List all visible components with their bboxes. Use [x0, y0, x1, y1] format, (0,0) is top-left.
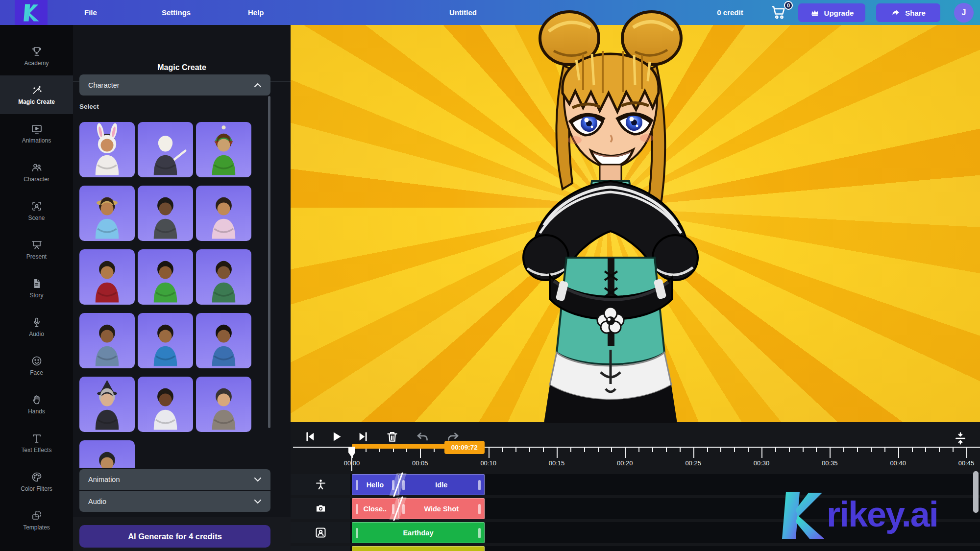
sidebar-item-label: Audio [29, 331, 44, 337]
sidebar-item-character[interactable]: Character [0, 153, 73, 192]
character-tile-13-witch[interactable] [79, 377, 135, 432]
ruler-tick [898, 448, 899, 458]
clip-trim-handle-right[interactable] [478, 480, 481, 490]
menu-help[interactable]: Help [248, 0, 264, 25]
ruler-label: 00:40 [883, 459, 913, 467]
ruler-tick [857, 448, 858, 452]
animation-accordion[interactable]: Animation [79, 469, 270, 490]
watermark-text: rikey.ai [827, 497, 938, 532]
character-accordion[interactable]: Character [79, 74, 270, 96]
clip-wide-shot[interactable]: Wide Shot [398, 498, 485, 519]
clip-label: Wide Shot [424, 505, 459, 513]
character-tile-4-hat[interactable] [79, 186, 135, 241]
clip-idle[interactable]: Idle [398, 474, 485, 495]
play-button[interactable] [328, 428, 344, 445]
sidebar-item-academy[interactable]: Academy [0, 37, 73, 75]
fit-timeline-icon[interactable] [953, 431, 968, 446]
figure-track-icon [315, 479, 327, 491]
ruler-tick [953, 448, 954, 452]
project-title[interactable]: Untitled [421, 0, 505, 25]
clip-trim-handle-left[interactable] [356, 504, 358, 514]
clip-unnamed[interactable] [352, 546, 485, 551]
ai-generate-button[interactable]: AI Generate for 4 credits [79, 525, 270, 548]
duration-bar [352, 444, 444, 449]
sidebar-item-magic-create[interactable]: Magic Create [0, 75, 73, 114]
sidebar-item-label: Hands [28, 408, 45, 415]
scene-track-icon-cell [291, 522, 350, 543]
character-tile-3-elf[interactable] [196, 122, 251, 177]
ruler-tick [775, 448, 776, 452]
clip-transition-marker[interactable] [391, 473, 406, 496]
character-tile-8-plain[interactable] [138, 249, 193, 305]
sidebar-item-label: Present [26, 254, 47, 260]
clip-trim-handle-right[interactable] [478, 504, 481, 514]
character-tile-11-plain[interactable] [138, 313, 193, 368]
character-tile-6-plain[interactable] [196, 186, 251, 241]
character-tile-16-plain[interactable] [79, 440, 135, 468]
skip-to-start-button[interactable] [301, 428, 318, 445]
character-tile-12-plain[interactable] [196, 313, 251, 368]
menu-file[interactable]: File [84, 0, 97, 25]
ruler-tick [420, 448, 421, 458]
clip-trim-handle-left[interactable] [356, 480, 358, 490]
sidebar-item-color-filters[interactable]: Color Filters [0, 462, 73, 501]
upgrade-button[interactable]: Upgrade [798, 3, 865, 22]
character-artwork [495, 7, 725, 423]
present-icon [31, 239, 43, 251]
ruler-tick [871, 448, 872, 452]
sidebar-item-templates[interactable]: Templates [0, 501, 73, 540]
krikey-logo[interactable] [15, 0, 48, 25]
sidebar-item-scene[interactable]: Scene [0, 192, 73, 230]
ruler-tick [748, 448, 749, 452]
menu-settings[interactable]: Settings [162, 0, 191, 25]
character-tile-1-bunny[interactable] [79, 122, 135, 177]
clip-earthday[interactable]: Earthday [352, 522, 485, 543]
character-tile-7-plain[interactable] [79, 249, 135, 305]
clip-trim-handle-left[interactable] [356, 528, 358, 538]
character-tile-5-plain[interactable] [138, 186, 193, 241]
clip-label: Idle [435, 481, 447, 489]
sidebar-item-story[interactable]: Story [0, 269, 73, 308]
sidebar-item-label: Academy [24, 60, 49, 67]
panel-scrollbar[interactable] [268, 96, 270, 428]
sidebar-item-hands[interactable]: Hands [0, 385, 73, 424]
skip-to-end-button[interactable] [355, 428, 371, 445]
camera-track-icon-cell [291, 498, 350, 519]
character-tile-10-plain[interactable] [79, 313, 135, 368]
character-tile-15-plain[interactable] [196, 377, 251, 432]
ruler-tick [666, 448, 667, 452]
character-tile-2-skeleton[interactable] [138, 122, 193, 177]
sidebar-item-label: Color Filters [21, 486, 52, 492]
magic-create-panel: Magic Create Character Select Animation … [73, 25, 291, 551]
share-button[interactable]: Share [876, 3, 940, 22]
ruler-label: 00:35 [815, 459, 844, 467]
character-tile-14-plain[interactable] [138, 377, 193, 432]
cart-button[interactable]: 0 [770, 4, 792, 24]
sidebar-item-text-effects[interactable]: Text Effects [0, 424, 73, 462]
sidebar-item-animations[interactable]: Animations [0, 114, 73, 153]
krikey-watermark: rikey.ai [781, 490, 938, 541]
sidebar-item-present[interactable]: Present [0, 230, 73, 269]
sidebar-item-label: Story [29, 292, 43, 299]
camera-track-icon [315, 503, 327, 515]
playhead-handle[interactable] [348, 447, 355, 457]
ruler-tick [789, 448, 790, 452]
user-avatar[interactable]: J [954, 3, 974, 23]
character-tile-9-plain[interactable] [196, 249, 251, 305]
undo-button[interactable] [414, 428, 431, 445]
vertical-scrollbar[interactable] [973, 471, 979, 513]
clip-trim-handle-right[interactable] [478, 528, 481, 538]
sidebar-item-audio[interactable]: Audio [0, 308, 73, 346]
top-menu-bar: File Settings Help Untitled 0 credit 0 U… [0, 0, 980, 25]
templates-icon [31, 510, 43, 522]
mic-icon [31, 316, 43, 328]
ruler-tick [515, 448, 516, 452]
animation-accordion-label: Animation [88, 476, 120, 483]
ruler-tick [489, 448, 490, 458]
sidebar-item-face[interactable]: Face [0, 346, 73, 385]
character-tile-grid [79, 122, 258, 468]
clip-transition-marker[interactable] [391, 497, 406, 520]
delete-button[interactable] [384, 428, 400, 445]
ruler-tick [543, 448, 544, 452]
audio-accordion[interactable]: Audio [79, 491, 270, 512]
